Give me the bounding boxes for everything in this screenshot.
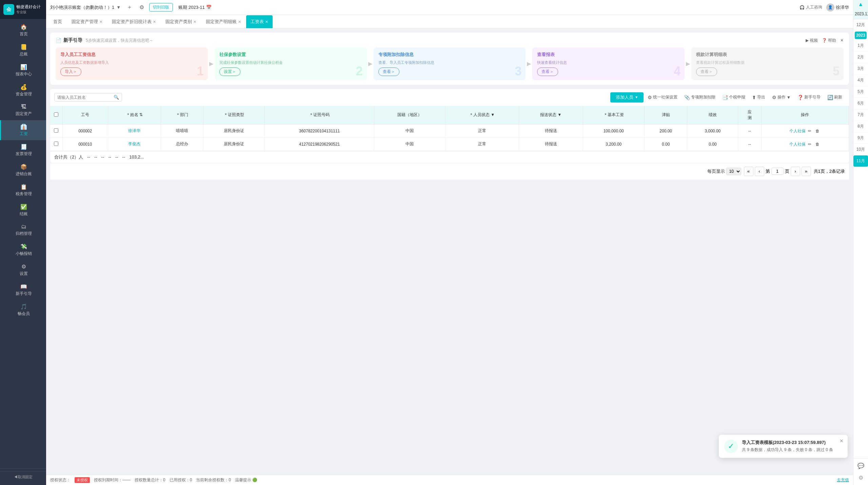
sidebar-item-close[interactable]: ✅ 结账 [0,200,46,220]
toast-icon-wrap: ✓ [724,440,738,453]
sidebar-item-payroll[interactable]: 👔 工资 [0,120,46,140]
settings-icon-btn[interactable]: ⚙ [137,3,146,12]
search-icon[interactable]: 🔍 [114,95,119,100]
step-btn-3[interactable]: 查看＞ [378,68,399,76]
user-menu[interactable]: 👤 徐泽华 [826,3,849,12]
tab-fixed-asset-cat[interactable]: 固定资产类别✕ [161,15,201,28]
month-item-1[interactable]: 1月 [853,40,868,52]
payroll-table: 工号 ＊姓名 ⇅ ＊部门 ＊证照类型 ＊证照号码 国籍（地区） ＊人员状态 ▼ … [50,106,849,151]
sidebar-item-report[interactable]: 📊 报表中心 [0,60,46,80]
sidebar-item-invoice[interactable]: 🧾 发票管理 [0,140,46,160]
step-btn-1[interactable]: 导入＞ [60,68,81,76]
video-btn[interactable]: ▶ 视频 [806,38,818,43]
delete-btn-0[interactable]: 🗑 [814,128,821,134]
month-item-6[interactable]: 6月 [853,98,868,109]
action-link-0[interactable]: 个人社保 [789,129,806,133]
tab-fixed-asset-detail[interactable]: 固定资产明细账✕ [201,15,245,28]
sidebar-item-tax[interactable]: 📋 税务管理 [0,180,46,200]
sidebar-item-member[interactable]: 🎵 畅会员 [0,300,46,320]
select-all-checkbox[interactable] [54,112,58,117]
tab-close-fixed-asset-mgmt[interactable]: ✕ [99,20,102,24]
service-btn[interactable]: 🎧 人工咨询 [800,4,822,10]
action-link-1[interactable]: 个人社保 [789,142,806,147]
tax-report-btn[interactable]: 📑 个税申报 [719,93,748,102]
refresh-btn[interactable]: 🔄 刷新 [825,93,845,102]
month-item-11[interactable]: 11月 [853,155,868,167]
month-item-2[interactable]: 2月 [853,52,868,63]
row-checkbox-input-1[interactable] [54,142,58,146]
tab-close-fixed-asset-cat[interactable]: ✕ [193,20,196,24]
period-selector[interactable]: 账期 2023-11 📅 [178,4,212,11]
total-pages-info: 共1页，2条记录 [814,168,845,174]
page-input[interactable] [771,168,784,175]
per-page-dropdown[interactable]: 10 20 50 [726,168,741,175]
step-num-2: 2 [356,65,363,77]
add-person-btn[interactable]: 添加人员 ▼ [610,92,644,102]
sidebar-item-settings[interactable]: ⚙ 设置 [0,260,46,280]
step-btn-5[interactable]: 查看＞ [696,68,717,76]
name-link-1[interactable]: 李俊杰 [128,142,140,146]
toast-close-btn[interactable]: ✕ [840,438,844,444]
sidebar-item-home[interactable]: 🏠 首页 [0,20,46,40]
sidebar-item-inventory[interactable]: 📦 进销台账 [0,160,46,180]
month-item-12[interactable]: 12月 [853,19,868,31]
export-btn[interactable]: ⬆ 导出 [749,93,768,102]
special-deduction-btn[interactable]: 📎 专项附加扣除 [682,93,718,102]
operations-btn[interactable]: ⚙ 操作 ▼ [769,93,793,102]
feedback-icon[interactable]: 💬 [856,461,866,470]
month-item-8[interactable]: 8月 [853,121,868,132]
footer-base-total: 103,2... [129,154,144,160]
edit-btn-0[interactable]: ✏ [807,128,813,134]
last-page-btn[interactable]: » [802,167,811,176]
add-account-btn[interactable]: ＋ [125,3,134,12]
tab-close-payroll-table[interactable]: ✕ [265,20,268,24]
prev-page-btn[interactable]: ‹ [755,167,764,176]
first-page-btn[interactable]: « [744,167,753,176]
account-selector[interactable]: 刘小艳演示账套（勿删勿动！）1 ▼ [50,4,121,11]
sidebar-item-guide[interactable]: 📖 新手引导 [0,280,46,300]
nationality-1: 中国 [374,137,445,151]
settings-icon: ⚙ [21,263,26,270]
video-icon: ▶ [806,38,809,43]
tab-payroll-table[interactable]: 工资表✕ [246,15,273,28]
guide-action-btn[interactable]: ❓ 新手引导 [795,93,823,102]
delete-btn-1[interactable]: 🗑 [814,141,821,147]
right-panel-up-btn[interactable]: ▲ [853,0,868,9]
month-item-3[interactable]: 3月 [853,63,868,75]
tab-home[interactable]: 首页 [49,15,66,28]
step-btn-4[interactable]: 查看＞ [537,68,558,76]
month-item-9[interactable]: 9月 [853,132,868,144]
nationality-0: 中国 [374,124,445,137]
name-link-0[interactable]: 徐泽华 [128,128,140,133]
go-auth-btn[interactable]: 去充值 [837,477,849,483]
help-btn[interactable]: ❓ 帮助 [822,38,836,43]
sidebar-item-ledger[interactable]: 📒 总账 [0,40,46,60]
sidebar-item-fund[interactable]: 💰 资金管理 [0,80,46,100]
month-item-10[interactable]: 10月 [853,144,868,155]
per-page-select: 每页显示 10 20 50 [707,168,741,175]
search-input[interactable] [57,95,112,100]
allowance-0: 200.00 [644,124,687,137]
sidebar-item-expense[interactable]: 💸 小畅报销 [0,240,46,260]
sidebar-item-archive[interactable]: 🗂 归档管理 [0,220,46,240]
sidebar-item-fixed-asset[interactable]: 🏗 固定资产 [0,100,46,120]
month-item-4[interactable]: 4月 [853,75,868,86]
tab-close-fixed-asset-detail[interactable]: ✕ [238,20,241,24]
topbar-icons: ＋ ⚙ [125,3,146,12]
month-item-5[interactable]: 5月 [853,86,868,98]
tab-fixed-asset-mgmt[interactable]: 固定资产管理✕ [67,15,107,28]
report-status-header: 报送状态 ▼ [519,106,583,125]
sidebar-label-fixed-asset: 固定资产 [16,111,32,117]
step-btn-2[interactable]: 设置＞ [219,68,240,76]
settings-side-icon[interactable]: ⚙ [857,473,865,482]
row-checkbox-input-0[interactable] [54,128,58,133]
edit-btn-1[interactable]: ✏ [807,141,813,147]
tab-fixed-asset-depr[interactable]: 固定资产折旧统计表✕ [107,15,160,28]
guide-close-btn[interactable]: ✕ [840,38,844,43]
next-page-btn[interactable]: › [791,167,800,176]
switch-version-btn[interactable]: 切到旧版 [149,3,173,12]
month-item-7[interactable]: 7月 [853,109,868,121]
social-insurance-btn[interactable]: ⚙ 统一社保设置 [645,93,680,102]
cancel-fixed-btn[interactable]: ◀取消固定 [0,471,46,482]
tab-close-fixed-asset-depr[interactable]: ✕ [153,20,156,24]
